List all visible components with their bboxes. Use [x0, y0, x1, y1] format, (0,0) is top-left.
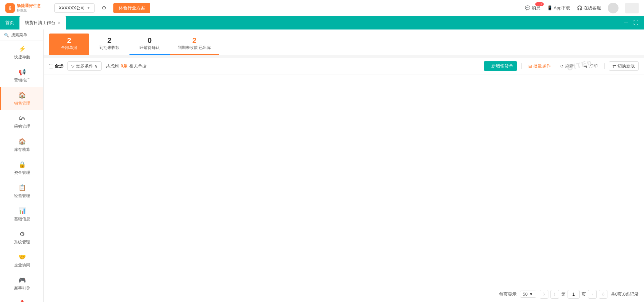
table-area	[44, 74, 644, 286]
sidebar-item-quick-nav[interactable]: ⚡ 快捷导航	[0, 41, 43, 64]
sidebar-item-marketing[interactable]: 📢 营销推广	[0, 64, 43, 87]
content-area: 2 全部单据 2 到期未收款 0 旺铺待确认 2 到期未收款 已出库 全选	[44, 29, 644, 302]
sidebar-item-sales[interactable]: 🏠 销售管理	[0, 87, 43, 110]
page-first-button[interactable]: ⟨⟨	[540, 290, 548, 299]
sidebar-item-operations[interactable]: 📋 经营管理	[0, 180, 43, 203]
sidebar-item-guide[interactable]: 🎮 新手引导	[0, 272, 43, 295]
gear-icon: ⚙	[102, 5, 106, 11]
header-center: XXXXXX公司 ▼ ⚙ 体验行业方案	[49, 3, 525, 13]
page-size-select[interactable]: 50 ▼	[520, 291, 536, 298]
stat-all-label: 全部单据	[61, 45, 77, 51]
app-download-button[interactable]: 📱 App下载	[547, 5, 570, 11]
sidebar-item-app-center[interactable]: 📥 应用中心	[0, 295, 43, 302]
result-count: 0条	[121, 63, 127, 68]
tab-bar: 首页 钱货日清工作台 ✕ ─ ⛶	[0, 16, 644, 29]
result-suffix: 相关单据	[129, 63, 147, 68]
settings-button[interactable]: ⚙	[99, 3, 109, 13]
sidebar-item-purchase-label: 采购管理	[14, 124, 30, 129]
basic-info-icon: 📊	[18, 207, 26, 215]
tab-work-bench[interactable]: 钱货日清工作台 ✕	[19, 16, 66, 29]
divider-1	[521, 63, 522, 69]
page-next-button[interactable]: ⟩	[588, 290, 597, 299]
sidebar-item-finance-label: 资金管理	[14, 170, 30, 176]
refresh-button[interactable]: ↺ 刷新	[557, 62, 577, 70]
stat-pending-label: 旺铺待确认	[140, 45, 160, 51]
cooperation-icon: 🤝	[18, 253, 26, 261]
sidebar-item-inventory-label: 库存核算	[14, 147, 30, 153]
online-service-label: 在线客服	[584, 5, 601, 11]
sidebar-item-sales-label: 销售管理	[14, 101, 30, 106]
avatar[interactable]	[608, 3, 619, 13]
toolbar: 全选 ▽ 更多条件 ∨ 共找到 0条 相关单据 + 新增销货单 ⊞ 批	[44, 58, 644, 74]
messages-button[interactable]: 💬 消息 99+	[525, 5, 540, 11]
sales-icon: 🏠	[18, 91, 26, 99]
filter-icon: ▽	[71, 64, 74, 69]
refresh-icon: ↺	[560, 64, 564, 69]
app-center-icon: 📥	[18, 299, 26, 302]
stat-all-number: 2	[67, 36, 71, 45]
stat-pending-number: 0	[148, 36, 152, 45]
switch-version-button[interactable]: ⇄ 切换新版	[609, 61, 639, 71]
guide-icon: 🎮	[18, 276, 26, 284]
stat-overdue-number: 2	[107, 36, 111, 45]
sidebar-item-marketing-label: 营销推广	[14, 77, 30, 83]
top-header: 6 畅捷通好生意 标准版 XXXXXX公司 ▼ ⚙ 体验行业方案 💬 消息 99…	[0, 0, 644, 16]
sidebar-item-basic-info[interactable]: 📊 基础信息	[0, 203, 43, 226]
company-selector[interactable]: XXXXXX公司 ▼	[54, 3, 95, 13]
filter-button[interactable]: ▽ 更多条件 ∨	[67, 61, 102, 71]
stat-overdue-label: 到期未收款	[99, 45, 119, 51]
sidebar-item-operations-label: 经营管理	[14, 193, 30, 199]
sidebar-search[interactable]: 🔍 搜索菜单	[0, 29, 43, 41]
sidebar-search-label: 搜索菜单	[11, 32, 27, 38]
stats-tabs: 2 全部单据 2 到期未收款 0 旺铺待确认 2 到期未收款 已出库	[44, 29, 644, 55]
purchase-icon: 🛍	[18, 114, 26, 122]
add-sales-order-button[interactable]: + 新增销货单	[484, 61, 517, 71]
trial-button[interactable]: 体验行业方案	[113, 3, 150, 13]
tab-maximize-icon[interactable]: ⛶	[632, 18, 640, 27]
sidebar-item-inventory[interactable]: 🏠 库存核算	[0, 133, 43, 157]
sidebar-item-system-label: 系统管理	[14, 239, 30, 245]
divider-2	[604, 63, 605, 69]
headset-icon: 🎧	[577, 5, 582, 10]
per-page-label: 每页显示	[499, 291, 517, 297]
select-all-label: 全选	[55, 63, 63, 69]
tab-home[interactable]: 首页	[0, 16, 19, 29]
page-of-text: 页	[582, 291, 586, 297]
stat-tab-overdue-stock[interactable]: 2 到期未收款 已出库	[170, 34, 219, 55]
page-prev-button[interactable]: ⟨	[550, 290, 559, 299]
tab-minimize-icon[interactable]: ─	[623, 18, 629, 27]
print-icon: 🖨	[583, 64, 588, 69]
logo-title: 畅捷通好生意	[17, 3, 41, 8]
sidebar-item-system[interactable]: ⚙ 系统管理	[0, 226, 43, 249]
print-button[interactable]: 🖨 打印	[581, 62, 600, 70]
sidebar-item-cooperation[interactable]: 🤝 企业协同	[0, 249, 43, 272]
user-menu[interactable]	[625, 3, 639, 13]
messages-badge: 99+	[535, 2, 544, 6]
logo-icon: 6	[5, 3, 15, 13]
dropdown-arrow-icon: ▼	[87, 6, 90, 10]
system-icon: ⚙	[18, 230, 26, 238]
select-all-checkbox[interactable]: 全选	[49, 63, 63, 69]
stat-tab-pending[interactable]: 0 旺铺待确认	[129, 34, 170, 55]
operations-icon: 📋	[18, 184, 26, 192]
message-icon: 💬	[525, 5, 530, 10]
finance-icon: 🔒	[18, 161, 26, 169]
total-text: 共0页,0条记录	[611, 291, 639, 297]
sidebar-item-guide-label: 新手引导	[14, 286, 30, 291]
batch-operation-button[interactable]: ⊞ 批量操作	[526, 62, 553, 70]
stat-tab-all[interactable]: 2 全部单据	[49, 34, 89, 55]
flash-icon: ⚡	[18, 45, 26, 53]
stat-tab-overdue[interactable]: 2 到期未收款	[89, 34, 129, 55]
logo-area: 6 畅捷通好生意 标准版	[5, 3, 49, 13]
print-label: 打印	[589, 63, 598, 69]
online-service-button[interactable]: 🎧 在线客服	[577, 5, 601, 11]
toolbar-left: 全选 ▽ 更多条件 ∨ 共找到 0条 相关单据	[49, 61, 480, 71]
search-icon: 🔍	[4, 33, 9, 38]
tab-close-icon[interactable]: ✕	[57, 20, 61, 25]
sidebar-item-finance[interactable]: 🔒 资金管理	[0, 157, 43, 180]
sidebar-item-purchase[interactable]: 🛍 采购管理	[0, 110, 43, 133]
checkbox-input[interactable]	[49, 64, 53, 68]
tab-workbench-label: 钱货日清工作台	[25, 20, 55, 26]
page-last-button[interactable]: ⟩⟩	[599, 290, 607, 299]
page-input[interactable]	[568, 290, 580, 299]
